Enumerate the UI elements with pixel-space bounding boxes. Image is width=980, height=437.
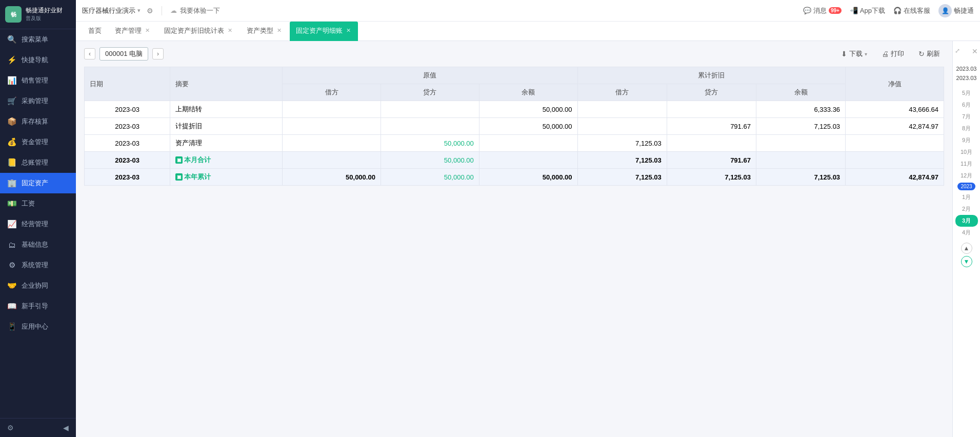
timeline-month-4[interactable]: 4月 [955,227,978,239]
customer-service-button[interactable]: 🎧 在线客服 [893,6,930,15]
sidebar-item-newguide[interactable]: 📖 新手引导 [0,296,76,316]
search-icon: 🔍 [7,35,16,44]
cooperation-icon: 🤝 [7,281,16,290]
refresh-icon: ↻ [918,50,925,58]
sidebar-item-salary[interactable]: 💵 工资 [0,193,76,214]
tab-assets[interactable]: 资产管理 ✕ [109,22,157,41]
tab-home[interactable]: 首页 [82,22,108,41]
message-badge: 99+ [829,7,842,14]
sidebar-item-inventory[interactable]: 📦 库存核算 [0,111,76,132]
timeline-close-button[interactable]: ✕ [972,47,978,55]
asset-code: 000001 电脑 [99,47,148,61]
appcenter-icon: 📱 [7,322,16,331]
col-ov-balance: 余额 [479,84,577,101]
next-asset-button[interactable]: › [152,48,164,59]
collapse-icon[interactable]: ◀ [63,424,69,432]
cell-ad-balance: 7,125.03 [756,169,845,186]
cell-ad-balance [756,152,845,169]
timeline-labels: 2023.03 2023.03 [953,54,980,82]
tab-depreciation[interactable]: 固定资产折旧统计表 ✕ [158,22,239,41]
cell-ad-balance: 7,125.03 [756,118,845,135]
sidebar-item-quicknav[interactable]: ⚡ 快捷导航 [0,50,76,70]
quicknav-icon: ⚡ [7,55,16,65]
sidebar-item-cooperation[interactable]: 🤝 企业协同 [0,275,76,296]
cell-ad-debit [577,101,667,118]
tab-assetdetail[interactable]: 固定资产明细账 ✕ [290,22,358,41]
cell-ov-balance: 50,000.00 [479,101,577,118]
cell-date: 2023-03 [85,118,170,135]
timeline-year-2023: 2023 [957,183,975,190]
user-button[interactable]: 👤 畅捷通 [938,4,974,17]
cell-ad-debit: 7,125.03 [577,135,667,152]
cell-ov-credit [381,118,479,135]
sidebar-item-fixedasset[interactable]: 🏢 固定资产 [0,173,76,193]
print-button[interactable]: 🖨 打印 [877,47,908,61]
cell-net-value: 42,874.97 [846,169,944,186]
timeline-month-3[interactable]: 3月 [955,215,978,227]
cell-summary: ▣本年累计 [170,169,283,186]
timeline-month-8[interactable]: 8月 [955,123,978,134]
topbar-divider [162,6,162,15]
timeline-nav-buttons: ▲ ▼ [961,243,972,267]
timeline-month-10[interactable]: 10月 [955,146,978,158]
cell-ad-debit: 7,125.03 [577,169,667,186]
timeline-month-7[interactable]: 7月 [955,111,978,123]
logo-text: 畅捷通好业财 普及版 [26,7,63,22]
timeline-month-12[interactable]: 12月 [955,170,978,182]
bizmanage-icon: 📈 [7,220,16,229]
cell-summary: 上期结转 [170,101,283,118]
download-button[interactable]: ⬇ 下载 ▾ [837,47,871,61]
topbar: 医疗器械行业演示 ▾ ⚙ ☁ 我要体验一下 💬 消息 99+ 📲 App下载 🎧… [76,0,980,22]
timeline-month-11[interactable]: 11月 [955,158,978,170]
cell-ov-balance [479,152,577,169]
timeline-month-2[interactable]: 2月 [955,203,978,215]
message-button[interactable]: 💬 消息 99+ [803,6,842,15]
cell-date: 2023-03 [85,169,170,186]
sidebar-item-fund[interactable]: 💰 资金管理 [0,132,76,152]
sidebar-bottom: ⚙ ◀ [0,418,76,437]
print-icon: 🖨 [882,50,889,58]
topbar-right: 💬 消息 99+ 📲 App下载 🎧 在线客服 👤 畅捷通 [803,4,974,17]
app-download-button[interactable]: 📲 App下载 [850,6,885,15]
col-ov-debit: 借方 [283,84,381,101]
cell-summary: 资产清理 [170,135,283,152]
sidebar-item-basicinfo[interactable]: 🗂 基础信息 [0,234,76,255]
settings-icon[interactable]: ⚙ [7,424,14,432]
timeline-month-1[interactable]: 1月 [955,191,978,203]
content-area: ‹ 000001 电脑 › ⬇ 下载 ▾ 🖨 打印 ↻ [76,41,980,437]
cell-ov-debit [283,118,381,135]
newguide-icon: 📖 [7,302,16,311]
timeline-month-9[interactable]: 9月 [955,134,978,146]
sidebar-item-appcenter[interactable]: 📱 应用中心 [0,316,76,337]
refresh-button[interactable]: ↻ 刷新 [914,47,944,61]
timeline-down-button[interactable]: ▼ [961,256,972,267]
download-chevron-icon: ▾ [865,51,867,57]
cell-ad-debit [577,118,667,135]
cell-net-value: 43,666.64 [846,101,944,118]
tab-close-depreciation[interactable]: ✕ [227,27,233,34]
tab-close-assets[interactable]: ✕ [144,27,151,34]
timeline-months-2023: 1月 2月 3月 4月 [955,191,978,239]
timeline-up-button[interactable]: ▲ [961,243,972,254]
tab-assettype[interactable]: 资产类型 ✕ [241,22,289,41]
sidebar-item-bizmanage[interactable]: 📈 经营管理 [0,214,76,234]
sidebar-item-purchase[interactable]: 🛒 采购管理 [0,91,76,111]
company-dropdown-icon[interactable]: ▾ [137,7,141,14]
sidebar-item-sales[interactable]: 📊 销售管理 [0,70,76,91]
timeline-expand-button[interactable]: ⤢ [955,47,960,54]
summary-tag: ▣本月合计 [175,155,211,165]
tab-close-assetdetail[interactable]: ✕ [345,27,352,34]
timeline-month-6[interactable]: 6月 [955,99,978,111]
salary-icon: 💵 [7,199,16,208]
prev-asset-button[interactable]: ‹ [84,48,95,59]
cell-ad-debit: 7,125.03 [577,152,667,169]
sidebar-item-ledger[interactable]: 📒 总账管理 [0,152,76,173]
purchase-icon: 🛒 [7,96,16,106]
sidebar-item-sysmanage[interactable]: ⚙ 系统管理 [0,255,76,275]
experience-button[interactable]: ☁ 我要体验一下 [170,6,220,15]
tab-close-assettype[interactable]: ✕ [276,27,283,34]
settings-gear-icon[interactable]: ⚙ [147,7,153,15]
col-net-value: 净值 [846,67,944,101]
timeline-month-5[interactable]: 5月 [955,87,978,99]
sidebar-item-search[interactable]: 🔍 搜索菜单 [0,29,76,50]
